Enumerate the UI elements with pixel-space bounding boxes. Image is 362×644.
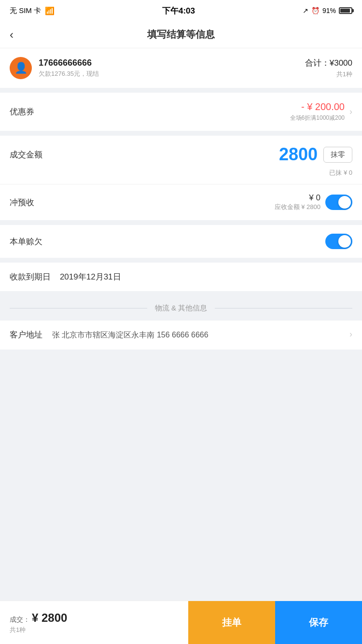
round-zero-button[interactable]: 抹零 <box>323 147 352 163</box>
battery-icon <box>339 7 352 14</box>
date-section: 收款到期日 2019年12月31日 <box>0 263 362 291</box>
status-left: 无 SIM 卡 📶 <box>10 6 55 15</box>
back-button[interactable]: ‹ <box>10 29 14 41</box>
coupon-label: 优惠券 <box>10 106 34 117</box>
debt-section: 本单赊欠 <box>0 225 362 258</box>
avatar: 👤 <box>10 57 32 79</box>
debt-label: 本单赊欠 <box>10 236 42 247</box>
user-info: 17666666666 欠款1276.35元，现结 <box>39 58 99 78</box>
address-chevron-icon: › <box>349 329 352 339</box>
bottom-count: 共1种 <box>10 626 179 634</box>
logistics-divider: 物流 & 其他信息 <box>0 296 362 321</box>
bottom-total-amount: ¥ 2800 <box>32 611 67 625</box>
logistics-label: 物流 & 其他信息 <box>147 304 215 313</box>
prepay-right: ¥ 0 应收金额 ¥ 2800 <box>275 193 352 211</box>
debt-toggle[interactable] <box>325 234 352 249</box>
main-content: 👤 17666666666 欠款1276.35元，现结 合计：¥3000 共1种… <box>0 48 362 446</box>
gray-spacer <box>0 354 362 403</box>
prepay-amount: ¥ 0 <box>275 193 320 203</box>
nav-bar: ‹ 填写结算等信息 <box>0 21 362 48</box>
coupon-right: - ¥ 200.00 全场6折满1000减200 › <box>290 101 352 122</box>
amount-label: 成交金额 <box>10 149 42 160</box>
amount-row: 成交金额 2800 抹零 <box>0 136 362 168</box>
address-value: 张 北京市市辖区海淀区永丰南 156 6666 6666 <box>52 329 345 341</box>
divider-line-left <box>10 308 147 308</box>
user-total: 合计：¥3000 <box>305 57 352 69</box>
bottom-bar: 成交： ¥ 2800 共1种 挂单 保存 <box>0 601 362 644</box>
address-label: 客户地址 <box>10 329 42 340</box>
debt-toggle-knob <box>338 235 351 248</box>
page-title: 填写结算等信息 <box>147 28 215 41</box>
save-button[interactable]: 保存 <box>275 601 362 644</box>
location-icon: ↗ <box>303 7 308 14</box>
bottom-info: 成交： ¥ 2800 共1种 <box>0 601 188 644</box>
status-bar: 无 SIM 卡 📶 下午4:03 ↗ ⏰ 91% <box>0 0 362 21</box>
coupon-section: 优惠券 - ¥ 200.00 全场6折满1000减200 › <box>0 93 362 131</box>
prepay-row-wrapper: 冲预收 ¥ 0 应收金额 ¥ 2800 <box>0 184 362 220</box>
date-label-prefix: 收款到期日 <box>10 272 51 281</box>
amount-value: 2800 <box>279 144 318 165</box>
toggle-knob <box>338 196 351 209</box>
user-phone: 17666666666 <box>39 58 99 68</box>
amount-right: 2800 抹零 <box>279 144 352 165</box>
alarm-icon: ⏰ <box>311 7 320 14</box>
coupon-subtext: 全场6折满1000减200 <box>290 114 345 122</box>
coupon-values: - ¥ 200.00 全场6折满1000减200 <box>290 101 345 122</box>
prepay-label: 冲预收 <box>10 197 34 208</box>
coupon-discount: - ¥ 200.00 <box>290 101 345 112</box>
amount-subtext: 已抹 ¥ 0 <box>0 168 362 184</box>
pending-button[interactable]: 挂单 <box>188 601 275 644</box>
bottom-total-row: 成交： ¥ 2800 <box>10 611 179 625</box>
user-subtitle: 欠款1276.35元，现结 <box>39 70 99 78</box>
user-left: 👤 17666666666 欠款1276.35元，现结 <box>10 57 99 79</box>
user-card: 👤 17666666666 欠款1276.35元，现结 合计：¥3000 共1种 <box>0 48 362 88</box>
address-section[interactable]: 客户地址 张 北京市市辖区海淀区永丰南 156 6666 6666 › <box>0 321 362 350</box>
avatar-icon: 👤 <box>14 62 28 74</box>
amount-section: 成交金额 2800 抹零 已抹 ¥ 0 冲预收 ¥ 0 应收金额 ¥ 2800 <box>0 136 362 220</box>
battery-percent: 91% <box>322 7 336 14</box>
user-right: 合计：¥3000 共1种 <box>305 57 352 79</box>
status-time: 下午4:03 <box>162 5 195 16</box>
date-label: 收款到期日 2019年12月31日 <box>10 272 121 281</box>
carrier-label: 无 SIM 卡 <box>10 6 41 15</box>
user-count: 共1种 <box>305 70 352 79</box>
prepay-toggle[interactable] <box>325 195 352 210</box>
divider-line-right <box>215 308 352 308</box>
wifi-icon: 📶 <box>45 6 55 15</box>
date-value: 2019年12月31日 <box>60 272 121 281</box>
prepay-values: ¥ 0 应收金额 ¥ 2800 <box>275 193 320 211</box>
bottom-total-label: 成交： <box>10 616 30 624</box>
coupon-chevron-icon: › <box>349 107 352 117</box>
coupon-row[interactable]: 优惠券 - ¥ 200.00 全场6折满1000减200 › <box>0 93 362 131</box>
prepay-subtext: 应收金额 ¥ 2800 <box>275 203 320 211</box>
status-right: ↗ ⏰ 91% <box>303 7 352 14</box>
prepay-row: 冲预收 ¥ 0 应收金额 ¥ 2800 <box>0 184 362 220</box>
